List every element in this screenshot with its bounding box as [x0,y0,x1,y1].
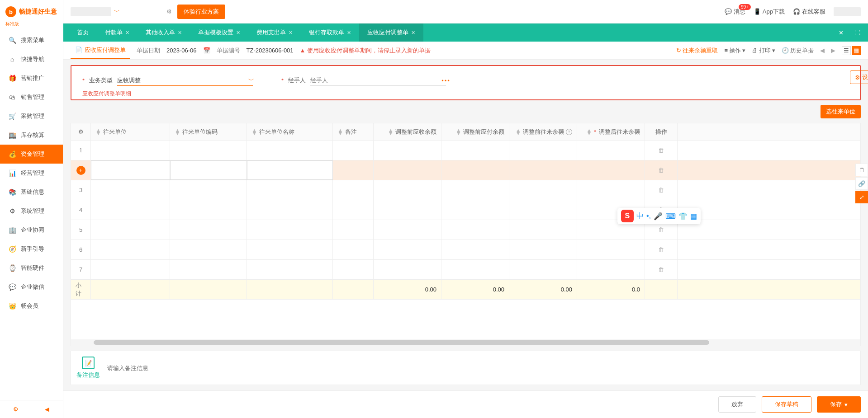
tab[interactable]: 费用支出单✕ [248,23,301,42]
ime-grid-icon[interactable]: ▦ [690,212,697,221]
sidebar-collapse-icon[interactable]: ◀ [32,400,63,418]
horizontal-scrollbar[interactable] [71,339,860,346]
sidebar-item[interactable]: 🏢企业协同 [0,221,63,240]
sidebar-item[interactable]: 🎁营销推广 [0,69,63,88]
cell-unit[interactable] [91,220,170,240]
cell-remark[interactable] [333,160,374,180]
tab[interactable]: 单据模板设置✕ [190,23,248,42]
rail-expand-icon[interactable]: ⤢ [855,191,868,203]
operate-button[interactable]: ≡操作▾ [724,47,745,55]
col-unit[interactable]: ▲▼往来单位 [91,123,170,140]
fullscreen-icon[interactable]: ⛶ [851,26,863,39]
chevron-down-icon[interactable]: ﹀ [248,76,254,85]
trash-icon[interactable]: 🗑 [658,226,664,233]
cell-unit[interactable] [91,240,170,259]
cell-n2[interactable] [441,260,509,279]
avatar[interactable] [834,7,861,16]
sidebar-item[interactable]: 🧭新手引导 [0,240,63,258]
cell-name[interactable] [247,200,333,220]
cell-remark[interactable] [333,240,374,259]
cell-name[interactable] [247,260,333,279]
remark-input[interactable] [107,365,855,371]
sidebar-settings-icon[interactable]: ⚙ [0,400,32,418]
col-remark[interactable]: ▲▼备注 [333,123,374,140]
tab[interactable]: 首页 [69,23,97,42]
rail-note-icon[interactable]: 🗒 [855,164,868,176]
col-before-ar[interactable]: ▲▼调整前应收余额 [374,123,441,140]
sidebar-item[interactable]: 💬企业微信 [0,277,63,296]
support-button[interactable]: 🎧 在线客服 [793,8,825,16]
cell-n1[interactable] [374,200,441,220]
sidebar-item[interactable]: 📊经营管理 [0,164,63,183]
info-icon[interactable]: ? [566,129,572,135]
col-before-ap[interactable]: ▲▼调整前应付余额 [441,123,509,140]
sidebar-item[interactable]: 🛍销售管理 [0,88,63,107]
table-row[interactable]: 6🗑 [71,240,860,260]
biz-type-input[interactable] [117,75,253,86]
close-icon[interactable]: ✕ [347,30,351,36]
ime-punct-icon[interactable]: •, [646,212,651,220]
cell-n1[interactable] [374,141,441,160]
cell-remark[interactable] [333,260,374,279]
tab-close-all-icon[interactable]: ✕ [835,26,847,39]
messages-button[interactable]: 💬 消息 99+ [725,8,745,16]
table-row[interactable]: 7🗑 [71,260,860,280]
view-list-icon[interactable]: ☰ [842,46,851,55]
cell-n3[interactable] [509,240,577,259]
table-row[interactable]: 5🗑 [71,220,860,240]
select-unit-button[interactable]: 选往来单位 [821,105,861,118]
cell-n3[interactable] [509,141,577,160]
ime-keyboard-icon[interactable]: ⌨ [665,212,676,221]
cell-n4[interactable] [577,160,645,180]
trial-button[interactable]: 体验行业方案 [177,5,225,19]
tab[interactable]: 其他收入单✕ [138,23,190,42]
cell-n1[interactable] [374,160,441,180]
col-before-balance[interactable]: ▲▼调整前往来余额? [509,123,577,140]
tab[interactable]: 银行存取款单✕ [301,23,359,42]
calendar-icon[interactable]: 📅 [203,47,210,54]
sidebar-item[interactable]: 👑畅会员 [0,296,63,315]
cell-n2[interactable] [441,180,509,200]
trash-icon[interactable]: 🗑 [658,167,664,174]
cell-n2[interactable] [441,160,509,180]
cell-n3[interactable] [509,180,577,200]
more-icon[interactable]: ••• [441,77,451,84]
prev-icon[interactable]: ◀ [820,47,825,54]
ime-lang[interactable]: 中 [636,211,644,221]
history-button[interactable]: 🕘历史单据 [782,47,814,55]
app-download-button[interactable]: 📱 App下载 [754,8,785,16]
table-row[interactable]: 3🗑 [71,180,860,200]
cell-remark[interactable] [333,180,374,200]
org-selector[interactable]: ﹀ [71,7,161,16]
cell-code[interactable] [170,260,247,279]
cell-n4[interactable] [577,240,645,259]
gear-icon[interactable]: ⚙ [166,8,172,15]
ime-widget[interactable]: S 中 •, 🎤 ⌨ 👕 ▦ [617,208,701,224]
table-row[interactable]: 1🗑 [71,141,860,160]
cell-name[interactable] [247,180,333,200]
cell-code[interactable] [170,240,247,259]
sidebar-item[interactable]: 💰资金管理 [0,145,63,164]
ime-mic-icon[interactable]: 🎤 [654,212,663,221]
cell-n2[interactable] [441,200,509,220]
settings-button[interactable]: ⚙设置 [850,70,868,84]
col-code[interactable]: ▲▼往来单位编码 [170,123,247,140]
cell-remark[interactable] [333,200,374,220]
close-icon[interactable]: ✕ [236,30,240,36]
cell-name[interactable] [247,160,333,180]
cell-n3[interactable] [509,160,577,180]
view-grid-icon[interactable]: ▦ [852,46,861,55]
cell-n2[interactable] [441,220,509,240]
cell-code[interactable] [170,141,247,160]
discard-button[interactable]: 放弃 [718,396,756,413]
sidebar-item[interactable]: 🔍搜索菜单 [0,31,63,50]
trash-icon[interactable]: 🗑 [658,147,664,154]
cell-remark[interactable] [333,220,374,240]
ime-skin-icon[interactable]: 👕 [678,212,688,221]
col-name[interactable]: ▲▼往来单位名称 [247,123,333,140]
cell-code[interactable] [170,180,247,200]
close-icon[interactable]: ✕ [125,30,129,36]
rail-attach-icon[interactable]: 🔗 [855,177,868,190]
col-after-balance[interactable]: ▲▼*调整后往来余额 [577,123,645,140]
trash-icon[interactable]: 🗑 [658,187,664,193]
